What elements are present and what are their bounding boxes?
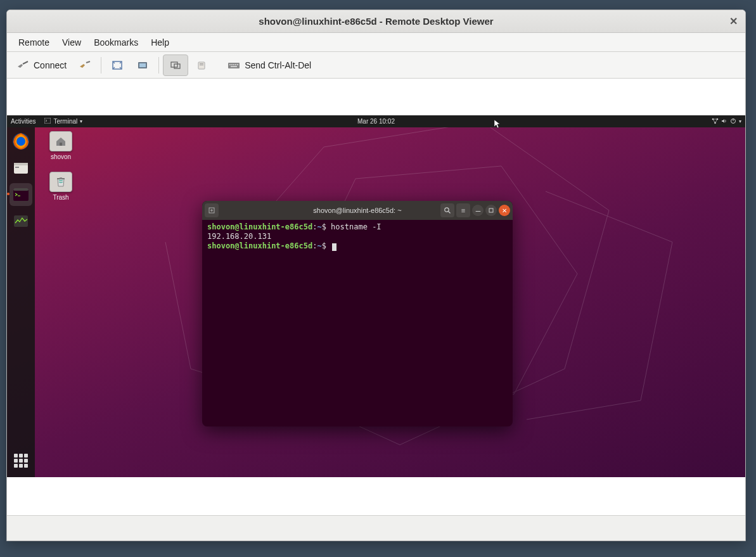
keyboard-icon <box>227 58 241 72</box>
volume-icon <box>721 118 727 125</box>
apps-grid-icon <box>14 454 28 468</box>
prompt-user: shovon@linuxhint-e86c5d <box>207 222 312 231</box>
terminal-output-1: 192.168.20.131 <box>207 232 508 241</box>
power-icon <box>730 118 736 125</box>
terminal-cursor <box>332 243 336 251</box>
screenshot-button[interactable] <box>131 54 155 76</box>
fullscreen-button[interactable] <box>105 54 129 76</box>
close-icon[interactable]: ✕ <box>729 15 738 27</box>
dock-show-apps[interactable] <box>10 449 32 472</box>
scaling-button[interactable] <box>163 54 188 76</box>
toolbar-separator <box>101 57 101 74</box>
svg-rect-25 <box>15 167 19 168</box>
screenshot-icon <box>136 58 150 72</box>
svg-rect-27 <box>13 188 29 191</box>
unplug-icon <box>78 58 92 72</box>
svg-rect-15 <box>44 118 51 124</box>
svg-rect-13 <box>237 64 238 65</box>
activities-button[interactable]: Activities <box>11 118 35 125</box>
menu-bookmarks[interactable]: Bookmarks <box>87 35 144 50</box>
gnome-topbar: Activities Terminal ▾ Mar 26 10:02 <box>7 115 745 127</box>
svg-rect-5 <box>198 62 205 69</box>
trash-bin-icon <box>49 172 72 192</box>
readonly-button[interactable] <box>189 54 214 76</box>
terminal-search-button[interactable] <box>440 203 454 217</box>
clock[interactable]: Mar 26 10:02 <box>357 118 395 125</box>
svg-rect-6 <box>200 63 203 64</box>
svg-rect-2 <box>139 63 146 67</box>
folder-home-icon <box>49 131 72 151</box>
terminal-body[interactable]: shovon@linuxhint-e86c5d:~$ hostname -I 1… <box>202 220 513 426</box>
system-tray[interactable]: ▾ <box>712 118 741 125</box>
prompt-dollar-2: $ <box>322 241 326 250</box>
desktop-icons: shovon Trash <box>42 131 80 201</box>
home-folder-icon[interactable]: shovon <box>42 131 80 160</box>
prompt-user-2: shovon@linuxhint-e86c5d <box>207 241 312 250</box>
active-app-label: Terminal <box>53 118 77 125</box>
trash-icon[interactable]: Trash <box>42 172 80 201</box>
home-folder-label: shovon <box>51 153 71 160</box>
svg-point-22 <box>16 137 25 146</box>
readonly-icon <box>195 58 208 72</box>
dock-system-monitor[interactable] <box>10 210 32 233</box>
terminal-maximize-button[interactable] <box>485 205 497 216</box>
terminal-window[interactable]: shovon@linuxhint-e86c5d: ~ ≡ ‒ ✕ <box>202 201 513 426</box>
terminal-titlebar[interactable]: shovon@linuxhint-e86c5d: ~ ≡ ‒ ✕ <box>202 201 513 220</box>
send-cad-button[interactable]: Send Ctrl-Alt-Del <box>222 54 316 76</box>
menu-bar: Remote View Bookmarks Help <box>7 33 745 52</box>
prompt-path-2: ~ <box>317 241 321 250</box>
svg-rect-30 <box>60 143 62 146</box>
dock-files[interactable] <box>10 157 32 179</box>
menu-view[interactable]: View <box>56 35 87 50</box>
dock <box>7 127 35 477</box>
dock-terminal[interactable] <box>10 183 32 206</box>
viewer-padding-bottom <box>7 477 745 515</box>
scaling-icon <box>169 58 183 72</box>
plug-icon <box>16 58 30 72</box>
prompt-path: ~ <box>317 222 321 231</box>
terminal-menu-button[interactable]: ≡ <box>456 203 470 217</box>
window-titlebar[interactable]: shovon@linuxhint-e86c5d - Remote Desktop… <box>7 10 745 33</box>
toolbar: Connect <box>7 52 745 79</box>
connect-button[interactable]: Connect <box>11 54 72 76</box>
prompt-dollar: $ <box>322 222 326 231</box>
connect-label: Connect <box>34 60 67 70</box>
svg-rect-11 <box>233 64 234 65</box>
terminal-close-button[interactable]: ✕ <box>499 205 510 216</box>
terminal-title: shovon@linuxhint-e86c5d: ~ <box>313 207 401 214</box>
remote-desktop-viewer-window: shovon@linuxhint-e86c5d - Remote Desktop… <box>6 10 746 541</box>
window-title: shovon@linuxhint-e86c5d - Remote Desktop… <box>259 16 493 27</box>
network-icon <box>712 118 719 125</box>
active-app-indicator[interactable]: Terminal ▾ <box>42 117 85 125</box>
menu-help[interactable]: Help <box>144 35 176 50</box>
dropdown-icon: ▾ <box>80 118 82 124</box>
svg-rect-12 <box>235 64 236 65</box>
svg-rect-36 <box>489 208 493 212</box>
terminal-command: hostname -I <box>331 222 381 231</box>
svg-point-34 <box>445 208 449 212</box>
send-cad-label: Send Ctrl-Alt-Del <box>245 60 311 70</box>
status-bar <box>7 515 745 541</box>
viewer-padding-top <box>7 79 745 115</box>
disconnect-button[interactable] <box>73 54 97 76</box>
svg-rect-9 <box>229 64 231 65</box>
toolbar-separator-2 <box>158 57 159 74</box>
svg-rect-8 <box>228 63 240 68</box>
fullscreen-icon <box>110 58 124 72</box>
viewer-area: Activities Terminal ▾ Mar 26 10:02 <box>7 79 745 541</box>
svg-rect-10 <box>231 64 233 65</box>
terminal-line-1: shovon@linuxhint-e86c5d:~$ hostname -I <box>207 222 508 232</box>
terminal-minimize-button[interactable]: ‒ <box>472 205 484 216</box>
menu-remote[interactable]: Remote <box>12 35 56 50</box>
svg-line-35 <box>449 212 451 214</box>
svg-rect-14 <box>231 66 237 67</box>
chevron-down-icon: ▾ <box>739 118 741 124</box>
terminal-line-2: shovon@linuxhint-e86c5d:~$ <box>207 241 508 251</box>
trash-label: Trash <box>53 194 68 201</box>
remote-desktop-display[interactable]: Activities Terminal ▾ Mar 26 10:02 <box>7 115 745 477</box>
svg-rect-24 <box>14 163 28 165</box>
new-tab-button[interactable] <box>205 203 219 217</box>
dock-firefox[interactable] <box>10 130 32 153</box>
svg-rect-7 <box>200 65 203 65</box>
terminal-icon <box>44 118 51 125</box>
